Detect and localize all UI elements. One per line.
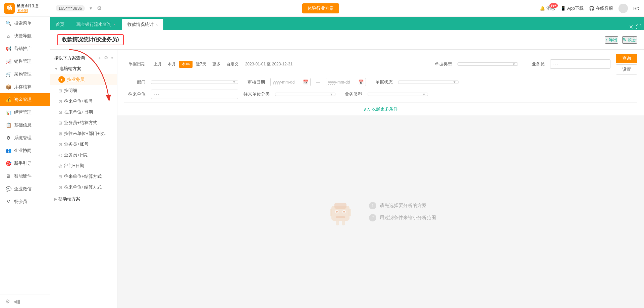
empty-inner: 1 请先选择要分析的方案 2 用过滤条件来缩小分析范围 (325, 197, 436, 227)
date-custom[interactable]: 自定义 (224, 61, 241, 68)
counterpart-select[interactable]: ··· (151, 90, 238, 99)
hint2-text: 用过滤条件来缩小分析范围 (380, 215, 436, 221)
sidebar-item-collab[interactable]: 👥 企业协同 (0, 144, 50, 157)
topbar-gear-icon[interactable]: ⚙ (97, 5, 102, 11)
refresh-button[interactable]: ↻ 刷新 (622, 36, 637, 44)
user-avatar[interactable] (619, 4, 628, 13)
svg-rect-8 (330, 209, 332, 216)
query-button[interactable]: 查询 (616, 54, 637, 63)
sidebar-item-member[interactable]: V 畅会员 (0, 195, 50, 208)
notification-area[interactable]: 🔔 消息 99+ (540, 5, 555, 11)
dropdown-arrow-icon[interactable]: ▼ (89, 6, 93, 11)
sidebar-item-basic-info[interactable]: 📋 基础信息 (0, 119, 50, 132)
scheme-item-unit-settlement1[interactable]: ⊞ 往来单位+结算方式 (50, 171, 117, 182)
svg-rect-9 (348, 209, 351, 216)
tab-home[interactable]: 首页 (50, 19, 70, 30)
maximize-window-icon[interactable]: ⛶ (636, 24, 641, 30)
settings-scheme-icon[interactable]: ⚙ (104, 55, 108, 61)
voucher-status-arrow-icon: ▼ (453, 80, 456, 84)
dept-select[interactable]: ▼ (151, 81, 238, 84)
tab1-close-btn[interactable]: × (113, 22, 115, 27)
left-panel: 按以下方案查询 ＋ ⚙ « (50, 50, 117, 308)
topbar: 165****3836 ▼ ⚙ 体验行业方案 🔔 消息 99+ 📱 App下载 … (50, 0, 644, 17)
date-7days[interactable]: 近7天 (193, 61, 209, 68)
sidebar-item-marketing[interactable]: 📢 营销推广 (0, 42, 50, 55)
counterpart-more-icon[interactable]: ··· (154, 91, 159, 97)
date-separator: — (316, 80, 320, 85)
export-button[interactable]: ↑ 导出 (605, 36, 619, 44)
voucher-status-select[interactable]: ▼ (398, 81, 459, 84)
app-download-btn[interactable]: 📱 App下载 (560, 5, 584, 11)
scheme-item-unit-settlement2[interactable]: ⊠ 往来单位+结算方式 (50, 182, 117, 193)
collapse-panel-icon[interactable]: « (110, 55, 113, 61)
add-scheme-icon[interactable]: ＋ (97, 55, 102, 61)
wechat-icon: 💬 (5, 186, 11, 192)
scheme-item-unit-account[interactable]: ⊠ 往来单位+账号 (50, 96, 117, 107)
sidebar-footer: ⚙ ◀▮ (0, 295, 50, 308)
date-last-month[interactable]: 上月 (151, 61, 164, 68)
action-buttons: 查询 设置 (616, 54, 637, 74)
empty-results-area: 1 请先选择要分析的方案 2 用过滤条件来缩小分析范围 (117, 115, 644, 308)
salesperson-select[interactable]: ··· (550, 59, 610, 69)
tab-collection-stats[interactable]: 收款情况统计 × (122, 19, 163, 30)
date-this-year[interactable]: 本年 (179, 61, 193, 68)
scheme-item-unit-date[interactable]: ⊠ 往来单位+日期 (50, 107, 117, 117)
sidebar-item-operations[interactable]: 📊 经营管理 (0, 106, 50, 119)
salesperson-more-icon[interactable]: ··· (553, 61, 558, 67)
right-content: 单据日期 上月 本月 本年 近7天 更多 自定义 2023-01-01 至 20… (117, 50, 644, 308)
review-date-to-input[interactable]: yyyy-mm-dd 📅 (326, 78, 366, 86)
close-window-icon[interactable]: ✕ (629, 24, 633, 30)
desktop-group-title[interactable]: ▼ 电脑端方案 (50, 64, 117, 74)
sidebar-item-finance[interactable]: 💰 资金管理 (0, 93, 50, 106)
tab2-close-btn[interactable]: × (156, 22, 158, 27)
filter-section: 单据日期 上月 本月 本年 近7天 更多 自定义 2023-01-01 至 20… (117, 50, 644, 115)
scheme-item-salesperson[interactable]: ● 按业务员 (50, 74, 117, 85)
scheme-item-unit-dept[interactable]: ⊠ 按往来单位+部门+收... (50, 128, 117, 139)
tab-cash-flow[interactable]: 现金银行流水查询 × (71, 19, 121, 30)
biz-type-select[interactable]: ▼ (368, 93, 428, 96)
sidebar-item-purchase[interactable]: 🛒 采购管理 (0, 68, 50, 81)
scheme-item-detail[interactable]: ⊞ 按明细 (50, 85, 117, 96)
trial-button[interactable]: 体验行业方案 (302, 3, 339, 13)
counterpart-cat-select[interactable]: ▼ (275, 93, 335, 96)
sidebar-item-inventory[interactable]: 📦 库存核算 (0, 81, 50, 93)
marketing-icon: 📢 (5, 46, 11, 52)
scheme-item-salesperson-account[interactable]: ⊠ 业务员+账号 (50, 139, 117, 150)
tabs-bar: 首页 现金银行流水查询 × 收款情况统计 × ✕ ⛶ (50, 17, 644, 30)
review-date-from-input[interactable]: yyyy-mm-dd 📅 (270, 78, 311, 86)
sidebar-item-wechat[interactable]: 💬 企业微信 (0, 183, 50, 195)
sidebar-item-guide[interactable]: 🎯 新手引导 (0, 157, 50, 170)
salesperson-date-icon: ◎ (58, 153, 62, 158)
scheme-item-salesperson-date[interactable]: ◎ 业务员+日期 (50, 150, 117, 160)
settings-button[interactable]: 设置 (616, 64, 637, 74)
settings-icon[interactable]: ⚙ (5, 298, 10, 305)
panel-header-label: 按以下方案查询 (54, 55, 85, 61)
voucher-type-label: 单据类型 (431, 61, 452, 67)
online-service-btn[interactable]: 🎧 在线客服 (589, 5, 613, 11)
biz-type-label: 业务类型 (341, 91, 362, 97)
content-area: 收款情况统计(按业务员) ↑ 导出 ↻ 刷新 按以下方案查询 (50, 30, 644, 308)
scheme-item-dept-date[interactable]: ◎ 部门+日期 (50, 160, 117, 171)
sidebar-item-sales[interactable]: 📈 销售管理 (0, 55, 50, 68)
svg-point-5 (336, 211, 338, 212)
hint-step-1: 1 请先选择要分析的方案 (369, 202, 436, 209)
svg-point-6 (343, 211, 345, 212)
topbar-left: 165****3836 ▼ ⚙ (56, 5, 102, 11)
collapse-btn[interactable]: ∧∧ 收起更多条件 (364, 106, 398, 112)
detail-icon: ⊞ (58, 88, 62, 93)
salesperson-label: 业务员 (523, 61, 545, 67)
date-this-month[interactable]: 本月 (165, 61, 178, 68)
sidebar-item-nav[interactable]: ⌂ 快捷导航 (0, 30, 50, 42)
sidebar-item-system[interactable]: ⚙ 系统管理 (0, 132, 50, 144)
desktop-scheme-group: ▼ 电脑端方案 ● 按业务员 ⊞ 按明细 ⊠ 往来单位+账号 (50, 64, 117, 193)
collapse-icon[interactable]: ◀▮ (13, 298, 20, 305)
scheme-item-salesperson-settlement[interactable]: ⊞ 业务员+结算方式 (50, 117, 117, 128)
hardware-icon: 🖥 (5, 173, 11, 179)
finance-icon: 💰 (5, 97, 11, 103)
sidebar-item-search[interactable]: 🔍 搜索菜单 (0, 17, 50, 30)
mobile-group-title[interactable]: ▶ 移动端方案 (50, 194, 117, 204)
voucher-type-select[interactable]: ▼ (458, 62, 518, 66)
sidebar-item-hardware[interactable]: 🖥 智能硬件 (0, 170, 50, 183)
home-icon: ⌂ (5, 33, 11, 39)
date-more[interactable]: 更多 (210, 61, 223, 68)
